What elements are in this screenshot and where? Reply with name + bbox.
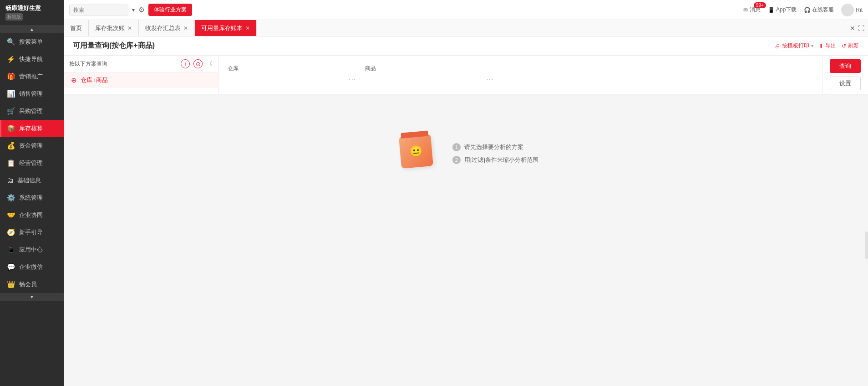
compass-icon: 🧭 (7, 228, 15, 237)
topbar-right: ✉ 消息 99+ 📱 App下载 🎧 在线客服 Rit (743, 4, 863, 16)
goods-label: 商品 (365, 65, 493, 72)
sidebar-item-label: 畅会员 (19, 280, 37, 288)
print-icon: 🖨 (775, 43, 780, 49)
warehouse-input-row: ··· (228, 74, 356, 85)
query-section: 按以下方案查询 + ⊙ 《 ⊕ 仓库+商品 仓库 ··· (64, 56, 868, 94)
hint-text-2: 用[过滤]条件来缩小分析范围 (464, 156, 538, 164)
app-download-label: App下载 (776, 6, 797, 14)
goods-input[interactable] (365, 74, 483, 85)
sidebar-item-label: 企业协同 (19, 211, 43, 219)
warehouse-label: 仓库 (228, 65, 356, 72)
sidebar-item-enterprise[interactable]: 🤝 企业协同 (0, 206, 64, 224)
user-name: Rit (856, 7, 863, 13)
tab-expand-icon[interactable]: ⛶ (858, 25, 864, 32)
settings-icon[interactable]: ⚙ (138, 5, 145, 14)
tab-home-label: 首页 (70, 24, 82, 32)
folder-icon: 🗂 (7, 176, 14, 184)
sidebar-scroll-down[interactable]: ▼ (0, 293, 64, 301)
hint-num-2: 2 (452, 156, 461, 164)
sidebar-item-label: 新手引导 (19, 228, 43, 237)
sidebar-item-label: 搜索菜单 (19, 38, 43, 46)
topbar-left: ▾ ⚙ 体验行业方案 (69, 4, 192, 16)
message-icon: ✉ (743, 7, 748, 13)
sidebar: 畅康通好生意 标准版 ▲ 🔍 搜索菜单 ⚡ 快捷导航 🎁 营销推广 📊 销售管理… (0, 0, 64, 386)
sidebar-item-search[interactable]: 🔍 搜索菜单 (0, 33, 64, 51)
chat-icon: 💬 (7, 263, 15, 271)
empty-hints: 1 请先选择要分析的方案 2 用[过滤]条件来缩小分析范围 (452, 143, 538, 164)
avatar (841, 4, 854, 16)
warehouse-input[interactable] (228, 74, 346, 85)
sidebar-item-purchase[interactable]: 🛒 采购管理 (0, 103, 64, 120)
sidebar-item-basic[interactable]: 🗂 基础信息 (0, 172, 64, 189)
scheme-title: 按以下方案查询 (69, 60, 177, 68)
crown-icon: 👑 (7, 280, 15, 288)
warehouse-more-icon[interactable]: ··· (349, 76, 356, 84)
sidebar-item-sales[interactable]: 📊 销售管理 (0, 85, 64, 103)
hint-item-2: 2 用[过滤]条件来缩小分析范围 (452, 156, 538, 164)
tab-close-all-icon[interactable]: ✕ (850, 25, 855, 32)
clipboard-icon: 📋 (7, 159, 15, 167)
tab-batch-close[interactable]: ✕ (127, 25, 132, 31)
dropdown-icon[interactable]: ▾ (132, 7, 135, 13)
goods-more-icon[interactable]: ··· (486, 76, 493, 84)
message-icon-wrapper[interactable]: ✉ 消息 99+ (743, 6, 761, 14)
hint-text-1: 请先选择要分析的方案 (464, 143, 523, 151)
query-button[interactable]: 查询 (830, 59, 861, 73)
add-scheme-btn[interactable]: + (181, 59, 190, 68)
scheme-item-label: 仓库+商品 (81, 76, 108, 84)
sidebar-item-operations[interactable]: 📋 经营管理 (0, 154, 64, 172)
box-icon: 📦 (7, 124, 15, 133)
export-icon: ⬆ (819, 43, 823, 49)
refresh-label: 刷新 (848, 42, 859, 50)
refresh-btn[interactable]: ↺ 刷新 (842, 42, 859, 50)
collapse-icon[interactable]: 《 (206, 60, 213, 68)
tab-summary-close[interactable]: ✕ (183, 25, 188, 31)
export-btn[interactable]: ⬆ 导出 (819, 42, 836, 50)
tab-home[interactable]: 首页 (64, 20, 89, 36)
export-label: 导出 (825, 42, 836, 50)
tab-summary[interactable]: 收发存汇总表 ✕ (139, 20, 195, 36)
sidebar-item-guide[interactable]: 🧭 新手引导 (0, 224, 64, 241)
tab-available[interactable]: 可用量库存账本 ✕ (195, 20, 257, 36)
box-face: 😐 (409, 144, 423, 159)
sidebar-item-member[interactable]: 👑 畅会员 (0, 276, 64, 293)
warehouse-filter-group: 仓库 ··· (228, 65, 356, 85)
sidebar-item-label: 快捷导航 (19, 55, 43, 63)
sidebar-item-label: 营销推广 (19, 72, 43, 81)
sidebar-scroll-up[interactable]: ▲ (0, 26, 64, 33)
sidebar-item-system[interactable]: ⚙️ 系统管理 (0, 189, 64, 206)
hint-num-1: 1 (452, 143, 461, 151)
action-col: 查询 设置 (822, 56, 868, 94)
user-menu[interactable]: Rit (841, 4, 863, 16)
sidebar-item-inventory[interactable]: 📦 库存核算 (0, 120, 64, 137)
search-icon: 🔍 (7, 38, 15, 46)
app-download-btn[interactable]: 📱 App下载 (768, 6, 797, 14)
hint-item-1: 1 请先选择要分析的方案 (452, 143, 538, 151)
message-badge: 99+ (754, 2, 766, 8)
phone-icon: 📱 (768, 7, 775, 13)
scheme-settings-btn[interactable]: ⊙ (193, 59, 203, 68)
search-input[interactable] (69, 5, 128, 15)
settings-button[interactable]: 设置 (830, 77, 861, 90)
tab-available-label: 可用量库存账本 (201, 24, 243, 32)
tab-available-close[interactable]: ✕ (245, 25, 250, 31)
refresh-icon: ↺ (842, 43, 846, 49)
empty-state: 😐 1 请先选择要分析的方案 2 用[过滤]条件来缩小分析范围 (64, 94, 868, 213)
sidebar-item-quick-nav[interactable]: ⚡ 快捷导航 (0, 51, 64, 68)
tabbar-controls: ✕ ⛶ (846, 25, 868, 32)
sidebar-item-finance[interactable]: 💰 资金管理 (0, 137, 64, 154)
print-btn[interactable]: 🖨 按模板打印 ▾ (775, 42, 813, 50)
sidebar-item-wechat[interactable]: 💬 企业微信 (0, 258, 64, 276)
empty-state-inner: 😐 1 请先选择要分析的方案 2 用[过滤]条件来缩小分析范围 (393, 131, 538, 176)
sidebar-item-appstore[interactable]: 📱 应用中心 (0, 241, 64, 258)
industry-btn[interactable]: 体验行业方案 (148, 4, 192, 16)
tab-batch[interactable]: 库存批次账 ✕ (89, 20, 139, 36)
lightning-icon: ⚡ (7, 55, 15, 63)
chevron-down-icon: ▾ (811, 43, 813, 48)
page-header-actions: 🖨 按模板打印 ▾ ⬆ 导出 ↺ 刷新 (775, 42, 859, 50)
page-content: 可用量查询(按仓库+商品) 🖨 按模板打印 ▾ ⬆ 导出 ↺ 刷新 (64, 36, 868, 386)
scheme-item-warehouse-goods[interactable]: ⊕ 仓库+商品 (64, 72, 218, 88)
scroll-hint (865, 232, 868, 259)
sidebar-item-marketing[interactable]: 🎁 营销推广 (0, 68, 64, 85)
online-service-btn[interactable]: 🎧 在线客服 (804, 6, 834, 14)
